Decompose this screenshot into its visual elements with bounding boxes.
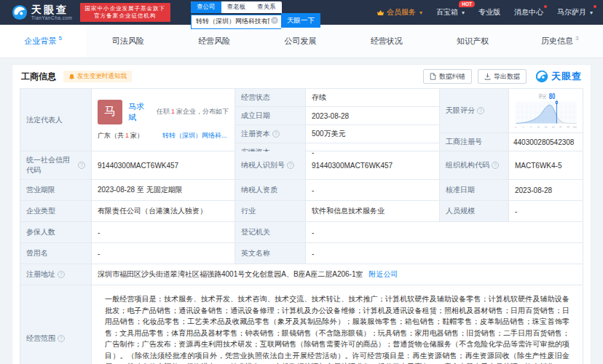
reg-no-label: 工商注册号: [440, 133, 509, 151]
hot-badge: HOT: [459, 1, 475, 7]
svg-text:99: 99: [567, 126, 570, 130]
field-value: 软件和信息技术服务业: [306, 201, 440, 221]
status-fields-column: 经营状态 存续 成立日期 2023-08-28 注册资本 500万美元 实缴资本…: [235, 89, 440, 151]
field-label: 行业: [235, 201, 306, 221]
info-icon[interactable]: [477, 107, 484, 114]
nav-toolbox[interactable]: 百宝箱 HOT: [436, 7, 465, 17]
company-detail-tabs: 企业背景5 司法风险 经营风险 公司发展 经营状况 知识产权 历史信息3: [0, 25, 603, 58]
reg-no-value: 440300280542308: [509, 133, 583, 151]
avatar[interactable]: 马: [98, 100, 122, 124]
field-value: -: [92, 243, 235, 264]
table-row: 曾用名 - 英文名称 -: [20, 243, 583, 264]
field-value: -: [509, 201, 583, 221]
score-column: 天眼评分: [440, 89, 583, 151]
nav-pro-version[interactable]: 专业版: [478, 7, 500, 17]
scope-value: 一般经营项目是：技术服务、技术开发、技术咨询、技术交流、技术转让、技术推广；计算…: [92, 285, 583, 364]
svg-text:65: 65: [552, 126, 554, 130]
info-icon[interactable]: [58, 271, 65, 278]
field-label: 统一社会信用代码: [20, 151, 92, 179]
svg-text:30: 30: [545, 126, 547, 130]
bell-icon: [68, 74, 75, 80]
table-row: 企业类型 有限责任公司（台港澳法人独资） 行业 软件和信息技术服务业 人员规模 …: [20, 201, 583, 222]
field-label: 组织机构代码: [440, 151, 509, 179]
tab-intellectual-property[interactable]: 知识产权: [430, 25, 516, 58]
field-label: 经营状态: [235, 89, 306, 106]
download-icon: [484, 73, 491, 80]
svg-text:1: 1: [523, 126, 524, 130]
legal-rep-role: 任职1家企业，分布如下: [157, 107, 229, 116]
search-tab-boss[interactable]: 查老板: [221, 1, 252, 13]
clear-search-icon[interactable]: [271, 17, 278, 24]
section-header: 工商信息 发生变更时通知我 数据纠错 导出数据: [20, 65, 583, 88]
info-icon[interactable]: [58, 335, 65, 342]
document-edit-icon: [430, 73, 436, 80]
field-label: 参保人数: [20, 222, 92, 242]
tab-company-background[interactable]: 企业背景5: [0, 25, 86, 58]
svg-text:87: 87: [559, 126, 561, 130]
field-value: -: [306, 243, 583, 264]
table-row: 参保人数 - 登记机关 -: [20, 222, 583, 243]
field-label: 登记机关: [235, 222, 306, 242]
score-title: 评分: [538, 93, 546, 99]
section-title: 工商信息: [21, 71, 56, 83]
info-icon[interactable]: [272, 130, 280, 138]
score-distribution-chart: 评分 80 0 1 5 15 30 65 87 99 100: [513, 90, 578, 131]
field-label: 人员规模: [440, 201, 509, 221]
info-icon[interactable]: [287, 162, 294, 169]
export-data-button[interactable]: 导出数据: [478, 69, 527, 84]
scope-label: 经营范围: [20, 285, 92, 364]
info-icon[interactable]: [492, 162, 499, 169]
legal-rep-region: 广东（共1家）: [98, 131, 143, 141]
field-value: 91440300MACT6WK457: [306, 151, 440, 179]
field-value: -: [306, 222, 583, 242]
field-label: 企业类型: [20, 201, 92, 221]
business-registration-table: 法定代表人 马 马求斌 任职1家企业，分布如下 广东（共1家） 转转（深圳）网络…: [20, 88, 583, 364]
tab-operation-status[interactable]: 经营状况: [344, 25, 430, 58]
tab-operation-risk[interactable]: 经营风险: [173, 25, 259, 58]
field-value: 2023-08-28: [306, 107, 439, 124]
info-icon[interactable]: [78, 162, 85, 169]
tianyancha-logo[interactable]: 天眼查 TianYanCha.com: [12, 4, 73, 21]
field-value: 91440300MACT6WK457: [92, 151, 235, 179]
field-label: 英文名称: [235, 243, 306, 264]
field-label: 营业期限: [20, 180, 92, 200]
search-tab-relation[interactable]: 查关系: [251, 1, 282, 13]
svg-text:15: 15: [537, 126, 540, 130]
field-label: 纳税人资质: [235, 180, 306, 200]
svg-text:0: 0: [515, 126, 516, 130]
tab-company-development[interactable]: 公司发展: [259, 25, 344, 58]
tab-judicial-risk[interactable]: 司法风险: [86, 25, 172, 58]
field-label: 注册资本: [235, 125, 306, 143]
nav-vip-services[interactable]: 会员服务: [377, 7, 422, 17]
field-value: -: [92, 222, 235, 242]
field-value: -: [306, 180, 440, 200]
change-notify-badge[interactable]: 发生变更时通知我: [63, 71, 132, 82]
field-label: 纳税人识别号: [235, 151, 306, 179]
table-row-address: 注册地址 深圳市福田区沙头街道翠湾社区福强路4001号文化创意园A、B座A座二层…: [20, 264, 583, 285]
table-row: 统一社会信用代码 91440300MACT6WK457 纳税人识别号 91440…: [20, 151, 583, 180]
table-row-scope: 经营范围 一般经营项目是：技术服务、技术开发、技术咨询、技术交流、技术转让、技术…: [20, 285, 583, 364]
search-type-tabs: 查公司 查老板 查关系: [191, 1, 282, 13]
tab-history-info[interactable]: 历史信息3: [517, 25, 603, 58]
nav-message-center[interactable]: 消息中心: [514, 7, 543, 17]
legal-rep-cell: 马 马求斌 任职1家企业，分布如下 广东（共1家） 转转（深圳）网络科...: [92, 89, 235, 151]
watermark-logo-icon: [535, 70, 548, 83]
nearby-companies-link[interactable]: 附近公司: [369, 269, 398, 280]
header-search-widget: 查公司 查老板 查关系 天眼一下: [191, 0, 320, 28]
field-label: 核准日期: [440, 180, 509, 200]
address-value: 深圳市福田区沙头街道翠湾社区福强路4001号文化创意园A、B座A座二层A206-…: [92, 264, 583, 285]
legal-rep-name-link[interactable]: 马求斌: [128, 101, 149, 123]
field-value: 500万美元: [306, 125, 439, 143]
svg-text:100: 100: [573, 126, 577, 130]
data-correction-button[interactable]: 数据纠错: [423, 69, 472, 84]
nav-user-menu[interactable]: 马尔萨月: [557, 7, 593, 17]
legal-rep-label: 法定代表人: [20, 89, 92, 151]
related-company-link[interactable]: 转转（深圳）网络科...: [162, 131, 227, 141]
field-value: 2023-08-28: [509, 180, 583, 200]
page-body: 工商信息 发生变更时通知我 数据纠错 导出数据: [0, 58, 603, 364]
address-label: 注册地址: [20, 264, 92, 285]
score-chart-cell: 评分 80 0 1 5 15 30 65 87 99 100: [509, 89, 583, 132]
score-value: 80: [549, 92, 556, 101]
search-tab-company[interactable]: 查公司: [191, 1, 221, 13]
field-value: 2023-08-28 至 无固定期限: [92, 180, 235, 200]
